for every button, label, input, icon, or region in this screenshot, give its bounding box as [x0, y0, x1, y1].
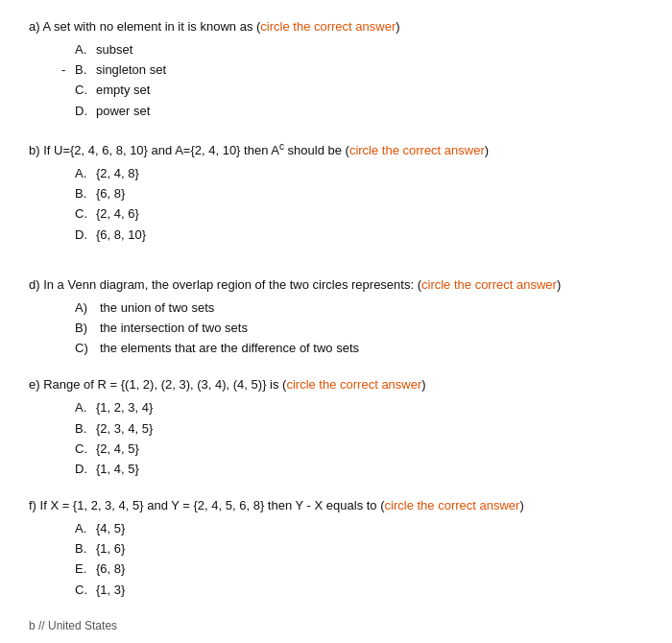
- option-text: power set: [96, 102, 150, 121]
- option-letter: A): [75, 298, 96, 318]
- option-a-d: D. power set: [75, 102, 643, 122]
- option-text: empty set: [96, 81, 150, 100]
- option-text: {4, 5}: [96, 519, 125, 538]
- option-letter: A.: [75, 519, 96, 538]
- option-letter: B.: [75, 539, 96, 559]
- question-e-options: A. {1, 2, 3, 4} B. {2, 3, 4, 5} C. {2, 4…: [29, 398, 643, 479]
- option-text: {1, 4, 5}: [96, 460, 139, 479]
- question-d-text: d) In a Venn diagram, the overlap region…: [29, 275, 643, 295]
- option-e-c: C. {2, 4, 5}: [75, 440, 643, 459]
- question-f-options: A. {4, 5} B. {1, 6} E. {6, 8} C. {1, 3}: [29, 519, 643, 600]
- option-f-c: C. {1, 3}: [75, 581, 643, 600]
- question-e-text: e) Range of R = {(1, 2), (2, 3), (3, 4),…: [29, 375, 643, 394]
- option-text: singleton set: [96, 60, 166, 80]
- question-b-suffix: ): [485, 143, 489, 157]
- question-a-prefix: a) A set with no element in it is known …: [29, 19, 260, 34]
- question-f-prefix: f) If X = {1, 2, 3, 4, 5} and Y = {2, 4,…: [29, 498, 385, 512]
- question-f-suffix: ): [519, 498, 523, 512]
- question-d: d) In a Venn diagram, the overlap region…: [29, 275, 643, 359]
- option-letter: A.: [75, 164, 96, 183]
- option-letter: A.: [75, 398, 96, 417]
- option-d-b: B) the intersection of two sets: [75, 319, 643, 338]
- option-text: the intersection of two sets: [100, 319, 248, 338]
- question-d-prefix: d) In a Venn diagram, the overlap region…: [29, 277, 421, 292]
- option-text: subset: [96, 40, 132, 60]
- option-b-c: C. {2, 4, 6}: [75, 204, 643, 224]
- option-letter: B.: [75, 184, 96, 203]
- question-e-circle: circle the correct answer: [286, 377, 421, 392]
- option-letter: B.: [75, 419, 96, 439]
- option-letter: C.: [75, 204, 96, 224]
- option-letter: C.: [75, 581, 96, 600]
- option-letter: D.: [75, 460, 96, 479]
- question-f-circle: circle the correct answer: [385, 498, 520, 512]
- option-text: {6, 8}: [96, 560, 125, 579]
- option-text: {6, 8, 10}: [96, 226, 146, 245]
- option-f-b: B. {1, 6}: [75, 539, 643, 559]
- question-a-text: a) A set with no element in it is known …: [29, 17, 643, 36]
- option-d-c: C) the elements that are the difference …: [75, 339, 643, 358]
- option-a-b: - B. singleton set: [75, 60, 643, 81]
- option-f-e: E. {6, 8}: [75, 560, 643, 579]
- question-f-text: f) If X = {1, 2, 3, 4, 5} and Y = {2, 4,…: [29, 496, 643, 515]
- option-text: {1, 6}: [96, 539, 125, 559]
- question-b-circle: circle the correct answer: [349, 143, 485, 157]
- option-text: the elements that are the difference of …: [100, 339, 359, 358]
- option-text: {2, 4, 6}: [96, 204, 139, 224]
- question-a-suffix: ): [396, 19, 399, 34]
- question-a-options: A. subset - B. singleton set C. empty se…: [29, 40, 643, 122]
- question-e-prefix: e) Range of R = {(1, 2), (2, 3), (3, 4),…: [29, 377, 286, 392]
- option-letter: D.: [75, 102, 96, 121]
- option-a-a: A. subset: [75, 40, 643, 60]
- option-f-a: A. {4, 5}: [75, 519, 643, 538]
- option-letter: A.: [75, 40, 96, 60]
- option-letter: C.: [75, 440, 96, 459]
- option-letter: C.: [75, 81, 96, 100]
- question-b-prefix: b) If U={2, 4, 6, 8, 10} and A={2, 4, 10…: [29, 143, 279, 157]
- option-a-c: C. empty set: [75, 81, 643, 101]
- option-text: {2, 4, 8}: [96, 164, 139, 183]
- option-d-a: A) the union of two sets: [75, 298, 643, 318]
- option-b-d: D. {6, 8, 10}: [75, 226, 643, 245]
- question-b-middle: should be (: [284, 143, 349, 157]
- option-letter: D.: [75, 226, 96, 245]
- question-a-circle: circle the correct answer: [260, 19, 396, 34]
- question-d-suffix: ): [557, 277, 561, 292]
- option-letter: B): [75, 319, 96, 338]
- question-f: f) If X = {1, 2, 3, 4, 5} and Y = {2, 4,…: [29, 496, 643, 600]
- option-text: {1, 3}: [96, 581, 125, 600]
- dash-marker: -: [61, 60, 65, 80]
- option-text: {2, 4, 5}: [96, 440, 139, 459]
- option-e-a: A. {1, 2, 3, 4}: [75, 398, 643, 417]
- option-b-a: A. {2, 4, 8}: [75, 164, 643, 183]
- option-text: {1, 2, 3, 4}: [96, 398, 153, 417]
- footer-text: b // United States: [29, 617, 643, 635]
- question-b-options: A. {2, 4, 8} B. {6, 8} C. {2, 4, 6} D. {…: [29, 164, 643, 245]
- option-letter: E.: [75, 560, 96, 579]
- question-a: a) A set with no element in it is known …: [29, 17, 643, 122]
- question-b-text: b) If U={2, 4, 6, 8, 10} and A={2, 4, 10…: [29, 139, 643, 160]
- option-text: the union of two sets: [100, 298, 214, 318]
- spacer: [29, 262, 643, 275]
- option-letter: B.: [75, 60, 96, 80]
- option-e-d: D. {1, 4, 5}: [75, 460, 643, 479]
- option-e-b: B. {2, 3, 4, 5}: [75, 419, 643, 439]
- question-b: b) If U={2, 4, 6, 8, 10} and A={2, 4, 10…: [29, 139, 643, 245]
- option-letter: C): [75, 339, 96, 358]
- question-e: e) Range of R = {(1, 2), (2, 3), (3, 4),…: [29, 375, 643, 479]
- question-d-options: A) the union of two sets B) the intersec…: [29, 298, 643, 358]
- option-b-b: B. {6, 8}: [75, 184, 643, 203]
- question-d-circle: circle the correct answer: [421, 277, 557, 292]
- option-text: {2, 3, 4, 5}: [96, 419, 153, 439]
- option-text: {6, 8}: [96, 184, 125, 203]
- question-e-suffix: ): [421, 377, 425, 392]
